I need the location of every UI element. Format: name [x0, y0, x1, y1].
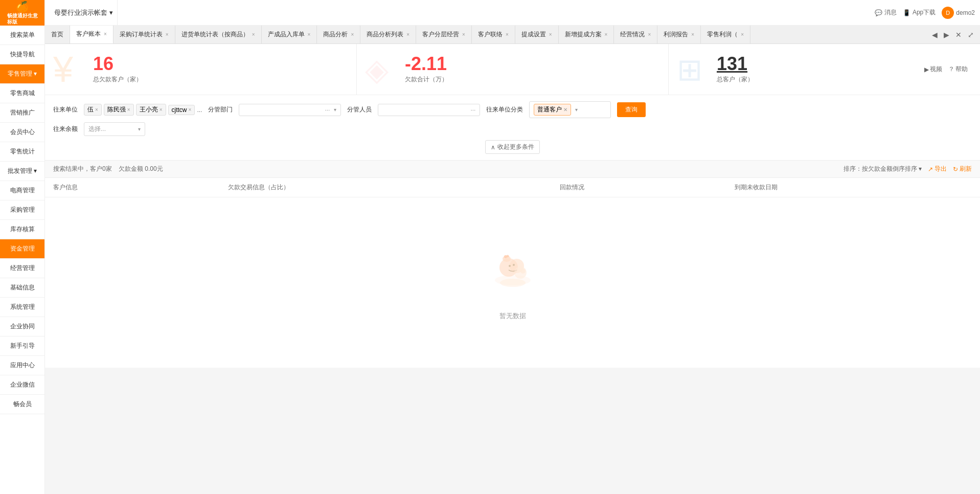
tab-product_analysis[interactable]: 商品分析×: [317, 26, 360, 44]
tab-product_analysis_list[interactable]: 商品分析列表×: [360, 26, 416, 44]
tab-profit_report[interactable]: 利润报告×: [657, 26, 701, 44]
tab-close-product_analysis[interactable]: ×: [351, 32, 354, 37]
tab-close-inbound_stats[interactable]: ×: [252, 32, 255, 37]
message-btn[interactable]: 💬 消息: [875, 8, 897, 17]
tab-close-accounts[interactable]: ×: [104, 31, 107, 37]
tab-scroll-left[interactable]: ◀: [930, 30, 940, 40]
topbar-right: 💬 消息 📱 App下载 D demo2: [875, 7, 975, 19]
sidebar-item-wholesale_mgmt[interactable]: 批发管理 ▾: [0, 162, 44, 181]
tab-home[interactable]: 首页: [45, 26, 70, 44]
filter-tag-close-王小亮[interactable]: ×: [159, 107, 163, 113]
tab-close-commission_settings[interactable]: ×: [549, 32, 552, 37]
sidebar-item-retail_stats[interactable]: 零售统计: [0, 142, 44, 162]
sidebar-item-purchase[interactable]: 采购管理: [0, 200, 44, 220]
tab-accounts[interactable]: 客户账本×: [70, 26, 113, 44]
help-link[interactable]: ？ 帮助: [948, 65, 968, 74]
filter-tag-text: 伍: [87, 105, 94, 114]
sidebar-item-inventory[interactable]: 库存核算: [0, 220, 44, 239]
tab-close-cost_inbound[interactable]: ×: [308, 32, 311, 37]
tab-expand[interactable]: ⤢: [966, 30, 976, 40]
tab-close-customer_contact[interactable]: ×: [506, 32, 509, 37]
sidebar-item-wechat[interactable]: 企业微信: [0, 375, 44, 395]
svg-point-9: [520, 268, 526, 274]
table-header: 客户信息欠款交易信息（占比）回款情况到期未收款日期: [45, 178, 980, 197]
tab-label-inbound_stats: 进货单统计表（按商品）: [181, 30, 249, 39]
balance-label: 往来余额: [53, 125, 78, 133]
main-area: 母婴行业演示帐套 ▾ 💬 消息 📱 App下载 D demo2 首页客户账本×采…: [45, 0, 980, 494]
total-customers-value: 131: [717, 55, 754, 73]
sidebar-item-finance[interactable]: 资金管理: [0, 239, 44, 259]
sidebar-item-search[interactable]: 搜索菜单: [0, 26, 44, 45]
tab-customer_segments[interactable]: 客户分层经营×: [416, 26, 472, 44]
tab-close-customer_segments[interactable]: ×: [462, 32, 465, 37]
filter-tag-close-陈民强[interactable]: ×: [127, 107, 130, 113]
account-selector[interactable]: 母婴行业演示帐套 ▾: [50, 0, 118, 26]
unit-class-tag-close[interactable]: ✕: [563, 107, 567, 113]
filter-tag-伍: 伍 ×: [84, 104, 102, 116]
tab-cost_inbound[interactable]: 产成品入库单×: [262, 26, 317, 44]
table-row: 暂无数据: [45, 197, 980, 368]
app-download-btn[interactable]: 📱 App下载: [903, 8, 936, 17]
tab-close-new_achievement[interactable]: ×: [605, 32, 608, 37]
user-avatar[interactable]: D demo2: [942, 7, 975, 19]
tab-close-all[interactable]: ✕: [953, 30, 964, 40]
collapse-btn[interactable]: ∧ 收起更多条件: [485, 140, 540, 154]
total-customers-icon: ⊞: [677, 52, 702, 87]
sidebar-item-marketing[interactable]: 营销推广: [0, 103, 44, 123]
overdue-amount-icon: ◈: [365, 52, 389, 87]
sidebar-item-retail_mgmt[interactable]: 零售管理 ▾: [0, 64, 44, 84]
filter-tag-close-cjttcw[interactable]: ×: [189, 107, 192, 113]
unit-class-selector[interactable]: 普通客户 ✕ ▾: [529, 101, 611, 118]
tab-close-profit_report[interactable]: ×: [691, 32, 694, 37]
filter-tag-陈民强: 陈民强 ×: [104, 104, 134, 116]
dept-selector[interactable]: ··· ▾: [239, 104, 341, 116]
sidebar-item-member_center[interactable]: 会员中心: [0, 123, 44, 142]
video-link[interactable]: ▶ 视频: [924, 65, 942, 74]
export-btn[interactable]: ↗ 导出: [928, 165, 947, 173]
tab-commission_settings[interactable]: 提成设置×: [515, 26, 559, 44]
sidebar-item-operations[interactable]: 经营管理: [0, 259, 44, 278]
sidebar-item-sys_mgmt[interactable]: 系统管理: [0, 298, 44, 317]
filter-tag-close-伍[interactable]: ×: [95, 107, 98, 113]
stat-overdue-customers: ¥ 16 总欠款客户（家）: [45, 44, 357, 95]
account-name: 母婴行业演示帐套: [54, 8, 107, 17]
tab-close-product_analysis_list[interactable]: ×: [406, 32, 409, 37]
sidebar-item-enterprise[interactable]: 企业协同: [0, 317, 44, 336]
tab-new_achievement[interactable]: 新增提成方案×: [559, 26, 614, 44]
sidebar-item-app_center[interactable]: 应用中心: [0, 356, 44, 375]
empty-illustration: [487, 244, 538, 305]
tab-close-retail_profit[interactable]: ×: [741, 32, 744, 37]
sort-chevron-icon[interactable]: ▾: [919, 165, 922, 172]
filter-area: 往来单位 伍 ×陈民强 ×王小亮 ×cjttcw ×... 分管部门 ··· ▾…: [45, 95, 980, 161]
tab-purchase_orders[interactable]: 采购订单统计表×: [113, 26, 175, 44]
tab-scroll-right[interactable]: ▶: [942, 30, 951, 40]
filter-tags-more-btn[interactable]: ...: [197, 106, 202, 114]
query-button[interactable]: 查询: [617, 102, 646, 117]
tab-customer_contact[interactable]: 客户联络×: [472, 26, 515, 44]
sidebar-item-retail_mall[interactable]: 零售商城: [0, 84, 44, 103]
tab-label-cost_inbound: 产成品入库单: [268, 30, 305, 39]
refresh-btn[interactable]: ↻ 刷新: [953, 165, 972, 173]
filter-tag-text: 陈民强: [107, 105, 126, 114]
tab-retail_profit[interactable]: 零售利润（×: [701, 26, 750, 44]
tabbar: 首页客户账本×采购订单统计表×进货单统计表（按商品）×产成品入库单×商品分析×商…: [45, 26, 980, 44]
balance-selector[interactable]: 选择... ▾: [84, 122, 145, 136]
tab-label-product_analysis: 商品分析: [323, 30, 348, 39]
sidebar-item-ecommerce[interactable]: 电商管理: [0, 181, 44, 200]
sidebar-item-vip[interactable]: 畅会员: [0, 395, 44, 414]
tab-inbound_stats[interactable]: 进货单统计表（按商品）×: [175, 26, 262, 44]
logo-text: 畅捷通好生意 标版: [7, 13, 38, 25]
tab-close-business_status[interactable]: ×: [648, 32, 651, 37]
person-selector[interactable]: ···: [378, 104, 480, 116]
person-more-icon: ···: [470, 106, 475, 114]
sidebar-item-quick_nav[interactable]: 快捷导航: [0, 45, 44, 64]
tab-close-purchase_orders[interactable]: ×: [166, 32, 169, 37]
sort-label: 排序：按欠款金额倒序排序 ▾: [844, 165, 922, 173]
unit-class-tag: 普通客户 ✕: [534, 104, 571, 116]
sidebar-item-basic_info[interactable]: 基础信息: [0, 278, 44, 298]
tab-business_status[interactable]: 经营情况×: [614, 26, 657, 44]
tabbar-controls: ◀ ▶ ✕ ⤢: [930, 30, 980, 40]
chevron-down-icon: ▾: [109, 9, 113, 16]
sidebar-item-new_guide[interactable]: 新手引导: [0, 336, 44, 356]
th-欠款交易信息（占比）: 欠款交易信息（占比）: [220, 178, 552, 197]
